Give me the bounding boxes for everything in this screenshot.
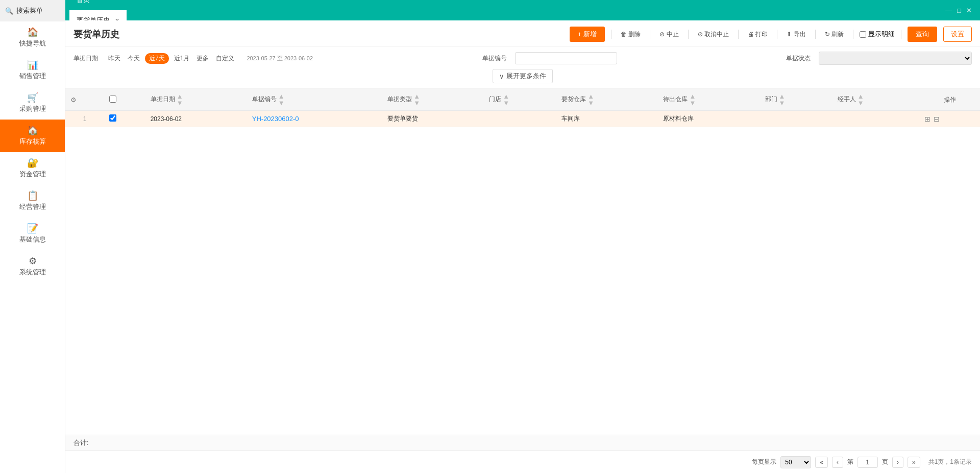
sidebar-item-purchase[interactable]: 🛒采购管理 [0,87,65,120]
sidebar-item-quick-nav[interactable]: 🏠快捷导航 [0,21,65,54]
page-title: 要货单历史 [74,28,119,40]
doc-number-input[interactable] [515,52,617,64]
refresh-button[interactable]: ↻ 刷新 [822,28,847,41]
toolbar-divider-7 [853,30,853,39]
toolbar-divider-3 [688,30,689,39]
col-header-doc_date[interactable]: 单据日期▲▼ [145,89,247,111]
cancel-stop-button[interactable]: ⊘ 取消中止 [695,28,732,41]
sidebar-item-system[interactable]: ⚙系统管理 [0,250,65,283]
topbar: 首页要货单历史✕ — □ ✕ [65,0,980,20]
table-row[interactable]: 1 2023-06-02 YH-20230602-0 要货单要货 车间库 原材料… [65,111,980,127]
table-settings-icon[interactable]: ⚙ [70,96,77,104]
row-doc-type: 要货单要货 [382,111,484,127]
minimize-button[interactable]: — [945,7,952,14]
filter-row-2: ∨ 展开更多条件 [74,69,972,83]
date-shortcut-more[interactable]: 更多 [194,54,211,63]
filter-row-1: 单据日期 昨天今天近7天近1月更多自定义 2023-05-27 至 2023-0… [74,52,972,65]
show-detail-checkbox[interactable] [860,31,866,38]
sidebar-item-basic[interactable]: 📝基础信息 [0,218,65,250]
delete-button[interactable]: 🗑 删除 [618,28,644,41]
row-store [484,111,556,127]
sidebar-icon-quick-nav: 🏠 [27,28,38,37]
row-num: 1 [65,111,104,127]
next-page-button[interactable]: › [892,457,903,468]
sidebar-label-finance: 资金管理 [19,170,46,179]
col-header-store[interactable]: 门店▲▼ [484,89,556,111]
col-header-handler[interactable]: 经手人▲▼ [832,89,920,111]
toolbar-divider-6 [815,30,816,39]
col-header-doc_type[interactable]: 单据类型▲▼ [382,89,484,111]
sidebar-label-basic: 基础信息 [19,235,46,244]
show-detail-label[interactable]: 显示明细 [860,30,895,39]
table-wrap: ⚙单据日期▲▼单据编号▲▼单据类型▲▼门店▲▼要货仓库▲▼待出仓库▲▼部门▲▼经… [65,89,980,435]
page-number-input[interactable] [857,457,878,468]
new-button[interactable]: + 新增 [570,27,605,42]
sidebar-icon-basic: 📝 [27,224,38,233]
pagination-info: 共1页，1条记录 [928,458,972,466]
col-header-department[interactable]: 部门▲▼ [760,89,832,111]
sidebar-item-inventory[interactable]: 🏠库存核算 [0,120,65,152]
col-header-req_warehouse[interactable]: 要货仓库▲▼ [556,89,658,111]
row-pending-warehouse: 原材料仓库 [658,111,760,127]
col-header-pending_warehouse[interactable]: 待出仓库▲▼ [658,89,760,111]
sidebar-item-finance[interactable]: 🔐资金管理 [0,152,65,185]
prev-page-button[interactable]: ‹ [832,457,843,468]
pagination: 每页显示 102050100 « ‹ 第 页 › » 共1页，1条记录 [65,451,980,473]
close-button[interactable]: ✕ [966,7,972,14]
date-range-display: 2023-05-27 至 2023-06-02 [247,55,313,62]
col-header-checkbox [104,89,145,111]
last-page-button[interactable]: » [908,457,920,468]
sidebar: 🔍 搜索菜单 🏠快捷导航📊销售管理🛒采购管理🏠库存核算🔐资金管理📋经营管理📝基础… [0,0,65,473]
toolbar-divider-1 [611,30,611,39]
topbar-tab-home[interactable]: 首页 [69,0,127,10]
sidebar-label-quick-nav: 快捷导航 [19,39,46,48]
toolbar: + 新增 🗑 删除 ⊘ 中止 ⊘ 取消中止 🖨 打印 ⬆ 导出 ↻ 刷新 显示明… [570,27,972,42]
select-all-checkbox[interactable] [109,96,116,103]
maximize-button[interactable]: □ [957,7,961,14]
status-select[interactable] [819,52,972,65]
per-page-label: 每页显示 [752,458,776,466]
stop-button[interactable]: ⊘ 中止 [656,28,681,41]
sidebar-search-label: 搜索菜单 [16,6,43,15]
toolbar-divider-4 [738,30,739,39]
col-header-doc_number[interactable]: 单据编号▲▼ [247,89,382,111]
filter-area: 单据日期 昨天今天近7天近1月更多自定义 2023-05-27 至 2023-0… [65,46,980,89]
date-filter-label: 单据日期 [74,54,98,63]
data-table: ⚙单据日期▲▼单据编号▲▼单据类型▲▼门店▲▼要货仓库▲▼待出仓库▲▼部门▲▼经… [65,89,980,127]
page-size-select[interactable]: 102050100 [780,456,811,468]
doc-number-link[interactable]: YH-20230602-0 [252,115,299,123]
page-prefix-label: 第 [847,458,853,466]
print-button[interactable]: 🖨 打印 [745,28,771,41]
settings-button[interactable]: 设置 [943,27,972,42]
sidebar-icon-finance: 🔐 [27,158,38,168]
date-shortcut-last7days[interactable]: 近7天 [145,53,169,64]
row-doc-date: 2023-06-02 [145,111,247,127]
row-actions: ⊞ ⊟ [919,111,980,127]
first-page-button[interactable]: « [815,457,828,468]
query-button[interactable]: 查询 [908,27,937,42]
sidebar-item-operations[interactable]: 📋经营管理 [0,185,65,218]
sidebar-label-operations: 经营管理 [19,202,46,211]
row-delete-icon[interactable]: ⊟ [934,115,940,123]
sidebar-item-sales[interactable]: 📊销售管理 [0,54,65,87]
expand-more-button[interactable]: ∨ 展开更多条件 [493,69,553,83]
export-button[interactable]: ⬆ 导出 [783,28,808,41]
sidebar-label-sales: 销售管理 [19,72,46,81]
sidebar-icon-operations: 📋 [27,191,38,200]
row-view-icon[interactable]: ⊞ [924,115,930,123]
date-shortcut-today[interactable]: 今天 [126,54,142,63]
row-checkbox[interactable] [104,111,145,127]
tab-label-home: 首页 [77,0,90,5]
sidebar-search[interactable]: 🔍 搜索菜单 [0,0,65,21]
date-shortcut-custom[interactable]: 自定义 [214,54,236,63]
sidebar-label-purchase: 采购管理 [19,104,46,113]
col-header-settings: ⚙ [65,89,104,111]
row-doc-number: YH-20230602-0 [247,111,382,127]
date-shortcut-last1month[interactable]: 近1月 [172,54,192,63]
summary-label: 合计: [74,438,89,447]
sidebar-icon-sales: 📊 [27,60,38,69]
row-handler [832,111,920,127]
search-icon: 🔍 [5,7,13,15]
table-footer: 合计: [65,435,980,451]
date-shortcut-yesterday[interactable]: 昨天 [106,54,122,63]
